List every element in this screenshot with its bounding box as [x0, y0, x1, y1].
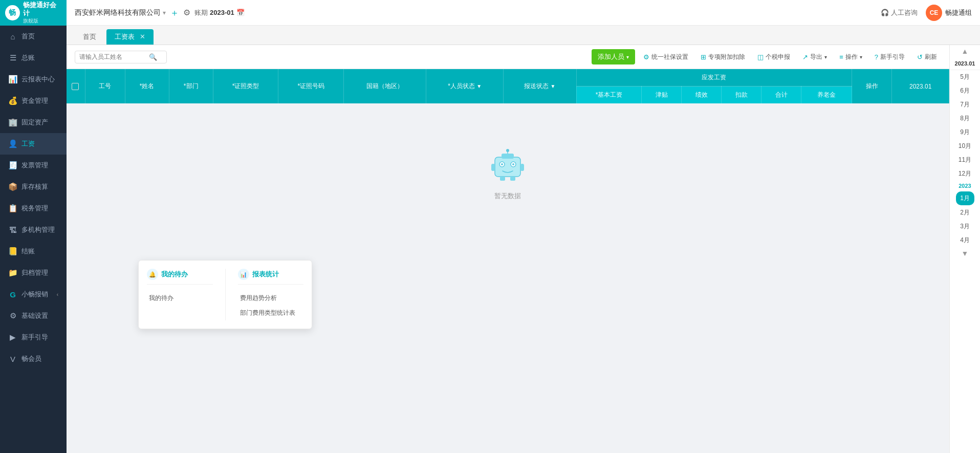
sidebar-item-basic-settings[interactable]: ⚙ 基础设置: [0, 305, 67, 327]
tab-salary[interactable]: 工资表 ✕: [106, 29, 154, 45]
col-header-base-salary: *基本工资: [576, 87, 642, 104]
month-item-3[interactable]: 3月: [950, 220, 980, 233]
sidebar-item-home[interactable]: ⌂ 首页: [0, 26, 67, 47]
month-item-7[interactable]: 7月: [950, 98, 980, 112]
salary-icon: 👤: [8, 139, 17, 148]
company-settings-icon[interactable]: ⚙: [183, 8, 190, 17]
month-item-10[interactable]: 10月: [950, 139, 980, 153]
export-arrow-icon: ▾: [824, 54, 827, 60]
col-header-status: *人员状态 ▼: [426, 69, 504, 103]
empty-robot-icon: [487, 144, 528, 185]
sidebar-item-inventory[interactable]: 📦 库存核算: [0, 176, 67, 198]
nav-dropdown-popup: 🔔 我的待办 我的待办 📊 报表统计 费用趋势分析 部门费用类型统计表: [138, 260, 312, 329]
sidebar-item-archive[interactable]: 📁 归档管理: [0, 262, 67, 284]
expand-icon: ‹: [57, 292, 58, 297]
popup-todo-item-0[interactable]: 我的待办: [147, 291, 213, 306]
col-header-allowance: 津贴: [642, 87, 682, 104]
sidebar-item-finance[interactable]: 💰 资金管理: [0, 90, 67, 112]
export-button[interactable]: ↗ 导出 ▾: [798, 51, 831, 63]
user-area: CE 畅捷通组: [926, 5, 972, 21]
month-item-9[interactable]: 9月: [950, 125, 980, 139]
ledger-icon: ☰: [8, 53, 17, 62]
topbar: 西安虾米网络科技有限公司 ▾ ＋ ⚙ 账期 2023-01 📅 🎧 人工咨询 C…: [67, 0, 980, 26]
operations-icon: ≡: [839, 53, 843, 61]
social-insurance-settings-button[interactable]: ⚙ 统一社保设置: [639, 51, 692, 63]
svg-rect-1: [502, 154, 514, 159]
filter-icon[interactable]: ▼: [476, 83, 482, 89]
social-icon: ⚙: [643, 53, 649, 61]
logo-text: 畅捷通好会计 旗舰版: [23, 1, 61, 24]
add-person-button[interactable]: 添加人员 ▾: [592, 49, 635, 64]
svg-point-6: [501, 163, 503, 165]
search-box: 🔍: [75, 51, 167, 63]
month-nav-up[interactable]: ▲: [959, 45, 971, 57]
month-nav-down[interactable]: ▼: [959, 247, 971, 260]
export-icon: ↗: [802, 53, 808, 61]
sidebar-item-ledger[interactable]: ☰ 总账: [0, 47, 67, 69]
sidebar-item-tax[interactable]: 📋 税务管理: [0, 198, 67, 219]
popup-report-item-0[interactable]: 费用趋势分析: [238, 291, 304, 306]
col-header-name: *姓名: [125, 69, 169, 103]
deduction-icon: ⊞: [701, 53, 706, 61]
col-header-id-num: *证照号码: [278, 69, 344, 103]
report-filter-icon[interactable]: ▼: [551, 83, 556, 89]
sidebar-item-expense[interactable]: G 小畅报销 ‹: [0, 284, 67, 305]
settings-icon: ⚙: [8, 311, 17, 320]
popup-report-item-1[interactable]: 部门费用类型统计表: [238, 306, 304, 320]
expense-icon: G: [8, 290, 17, 299]
month-item-1[interactable]: 1月: [956, 191, 974, 205]
headset-icon: 🎧: [881, 9, 889, 16]
add-company-button[interactable]: ＋: [170, 7, 179, 19]
sidebar-item-member[interactable]: V 畅会员: [0, 348, 67, 370]
col-header-date: 2023.01: [892, 69, 949, 103]
tab-close-icon[interactable]: ✕: [140, 33, 145, 40]
search-icon[interactable]: 🔍: [149, 53, 157, 61]
month-item-4[interactable]: 4月: [950, 233, 980, 247]
month-item-2[interactable]: 2月: [950, 206, 980, 220]
toolbar: 🔍 添加人员 ▾ ⚙ 统一社保设置 ⊞ 专项附加扣除: [67, 45, 949, 69]
member-icon: V: [8, 355, 17, 363]
calendar-icon[interactable]: 📅: [236, 9, 245, 16]
company-selector[interactable]: 西安虾米网络科技有限公司 ▾: [75, 8, 166, 17]
multi-org-icon: 🏗: [8, 226, 17, 234]
sidebar-item-reports[interactable]: 📊 云报表中心: [0, 69, 67, 90]
search-input[interactable]: [79, 53, 146, 60]
refresh-icon: ↺: [917, 53, 923, 61]
sidebar-item-invoice[interactable]: 🧾 发票管理: [0, 155, 67, 176]
guide-icon: ▶: [8, 333, 17, 342]
month-item-6[interactable]: 6月: [950, 84, 980, 98]
sidebar-item-close[interactable]: 📒 结账: [0, 241, 67, 262]
col-header-report-status: 报送状态 ▼: [504, 69, 577, 103]
sidebar-item-guide[interactable]: ▶ 新手引导: [0, 327, 67, 348]
month-item-11[interactable]: 11月: [950, 153, 980, 167]
operations-button[interactable]: ≡ 操作 ▾: [835, 51, 866, 63]
inventory-icon: 📦: [8, 182, 17, 191]
guide-button[interactable]: ? 新手引导: [870, 51, 909, 63]
period-display: 账期 2023-01 📅: [194, 8, 245, 17]
month-item-12[interactable]: 12月: [950, 167, 980, 181]
reports-header-icon: 📊: [238, 269, 249, 280]
refresh-button[interactable]: ↺ 刷新: [913, 51, 941, 63]
popup-reports-header: 📊 报表统计: [238, 269, 304, 285]
sidebar-item-assets[interactable]: 🏢 固定资产: [0, 112, 67, 133]
sidebar-item-multi-org[interactable]: 🏗 多机构管理: [0, 219, 67, 241]
special-deduction-button[interactable]: ⊞ 专项附加扣除: [696, 51, 749, 63]
svg-rect-10: [500, 177, 505, 181]
tab-home[interactable]: 首页: [75, 29, 104, 45]
month-item-5[interactable]: 5月: [950, 70, 980, 84]
salary-table: 工号 *姓名 *部门 *证照类型 *证照号码 国籍（地区） *人员状态 ▼: [67, 69, 949, 242]
tax-report-button[interactable]: ◫ 个税申报: [753, 51, 794, 63]
assets-icon: 🏢: [8, 118, 17, 127]
home-icon: ⌂: [8, 32, 17, 41]
col-header-pension: 养老金: [801, 87, 852, 104]
col-header-nationality: 国籍（地区）: [344, 69, 426, 103]
customer-service-button[interactable]: 🎧 人工咨询: [881, 8, 918, 17]
col-header-id: 工号: [85, 69, 125, 103]
dropdown-arrow-icon: ▾: [626, 54, 629, 60]
month-item-8[interactable]: 8月: [950, 112, 980, 125]
select-all-checkbox[interactable]: [72, 83, 79, 90]
col-header-action: 操作: [852, 69, 892, 103]
toolbar-actions: 添加人员 ▾ ⚙ 统一社保设置 ⊞ 专项附加扣除 ◫ 个税申报: [592, 49, 941, 64]
user-name[interactable]: 畅捷通组: [945, 8, 972, 17]
sidebar-item-salary[interactable]: 👤 工资: [0, 133, 67, 155]
